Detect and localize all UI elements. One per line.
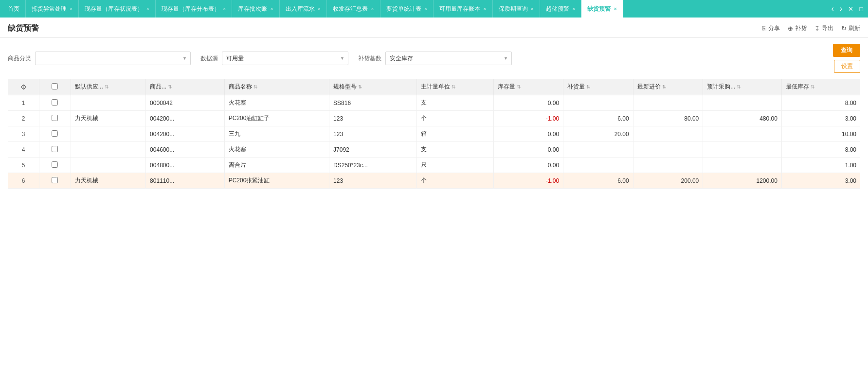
category-select-wrapper <box>35 52 191 65</box>
row-checkbox-1[interactable] <box>52 115 58 121</box>
header-actions: ⎘ 分享 ⊕ 补货 ↧ 导出 ↻ 刷新 <box>762 24 860 33</box>
row-checkbox-4[interactable] <box>52 161 58 168</box>
tab-close-expiry[interactable]: × <box>531 6 534 12</box>
tab-abnormal[interactable]: 拣货异常处理× <box>26 0 79 18</box>
query-button[interactable]: 查询 <box>833 44 860 57</box>
cell-latest-price-2 <box>633 126 703 142</box>
th-supplier-sort[interactable]: 默认供应... ⇅ <box>75 83 142 91</box>
tab-batch[interactable]: 库存批次账× <box>232 0 279 18</box>
cell-spec-3: J7092 <box>329 142 417 158</box>
tab-available[interactable]: 可用量库存账本× <box>434 0 492 18</box>
tab-shortage[interactable]: 缺货预警× <box>581 0 623 18</box>
tab-expiry[interactable]: 保质期查询× <box>493 0 540 18</box>
cell-num-2: 3 <box>8 126 39 142</box>
tab-bar: 首页拣货异常处理×现存量（库存状况表）×现存量（库存分布表）×库存批次账×出入库… <box>0 0 868 18</box>
tab-close-inout[interactable]: × <box>318 6 321 12</box>
cell-goods-code-2: 004200... <box>146 126 225 142</box>
tab-stock-dist[interactable]: 现存量（库存分布表）× <box>156 0 232 18</box>
th-goods-code-sort[interactable]: 商品... ⇅ <box>150 83 220 91</box>
cell-checkbox-1 <box>39 111 71 126</box>
th-goods-code: 商品... ⇅ <box>146 79 225 95</box>
sort-icon-spec: ⇅ <box>358 84 362 89</box>
cell-unit-1: 个 <box>416 111 493 126</box>
th-replenish-sort[interactable]: 补货量 ⇅ <box>567 83 629 91</box>
tab-close-abnormal[interactable]: × <box>70 6 72 12</box>
filter-bar: 商品分类 数据源 可用量 补货基数 安全库存 <box>0 38 868 79</box>
tab-home[interactable]: 首页 <box>2 0 26 18</box>
replenish-button[interactable]: ⊕ 补货 <box>788 24 807 33</box>
cell-supplier-5: 力天机械 <box>71 173 145 189</box>
cell-stock-2: 0.00 <box>493 126 563 142</box>
tab-close-collect[interactable]: × <box>371 6 374 12</box>
cell-forecast-0 <box>703 95 782 111</box>
tab-label-abnormal: 拣货异常处理 <box>32 5 67 13</box>
table-row: 3004200...三九123箱0.0020.0010.00 <box>8 126 860 142</box>
tab-label-requisition: 要货单统计表 <box>386 5 421 13</box>
tab-close-available[interactable]: × <box>483 6 486 12</box>
cell-goods-code-5: 801110... <box>146 173 225 189</box>
data-table: ⚙ 默认供应... ⇅ 商品... ⇅ <box>8 79 860 189</box>
window-maximize-btn[interactable]: □ <box>856 0 866 18</box>
tab-close-stock-status[interactable]: × <box>146 6 149 12</box>
category-select[interactable] <box>35 52 191 65</box>
cell-stock-1: -1.00 <box>493 111 563 126</box>
row-checkbox-2[interactable] <box>52 130 58 137</box>
th-stock-sort[interactable]: 库存量 ⇅ <box>498 83 560 91</box>
page-header: 缺货预警 ⎘ 分享 ⊕ 补货 ↧ 导出 ↻ 刷新 <box>0 18 868 38</box>
row-checkbox-0[interactable] <box>52 99 58 106</box>
tab-close-shortage[interactable]: × <box>614 6 616 12</box>
replenish-base-select[interactable]: 安全库存 <box>385 52 512 65</box>
cell-min-stock-0: 8.00 <box>781 95 860 111</box>
cell-goods-name-2: 三九 <box>224 126 329 142</box>
th-spec-sort[interactable]: 规格型号 ⇅ <box>333 83 413 91</box>
tab-close-requisition[interactable]: × <box>424 6 427 12</box>
cell-checkbox-3 <box>39 142 71 158</box>
share-button[interactable]: ⎘ 分享 <box>762 24 780 33</box>
tab-inout[interactable]: 出入库流水× <box>280 0 327 18</box>
datasource-select[interactable]: 可用量 <box>222 52 348 65</box>
settings-button[interactable]: 设置 <box>834 60 860 73</box>
tab-close-batch[interactable]: × <box>270 6 273 12</box>
cell-replenish-1: 6.00 <box>563 111 633 126</box>
tab-label-batch: 库存批次账 <box>238 5 267 13</box>
tab-close-stock-dist[interactable]: × <box>223 6 226 12</box>
cell-goods-code-0: 0000042 <box>146 95 225 111</box>
select-all-checkbox[interactable] <box>52 83 58 89</box>
cell-unit-5: 个 <box>416 173 493 189</box>
th-goods-name-sort[interactable]: 商品名称 ⇅ <box>229 83 325 91</box>
cell-min-stock-2: 10.00 <box>781 126 860 142</box>
th-latest-price-sort[interactable]: 最新进价 ⇅ <box>637 83 699 91</box>
tab-stock-status[interactable]: 现存量（库存状况表）× <box>79 0 155 18</box>
cell-supplier-3 <box>71 142 145 158</box>
datasource-select-wrapper: 可用量 <box>222 52 348 65</box>
cell-checkbox-2 <box>39 126 71 142</box>
tab-close-overstock[interactable]: × <box>572 6 575 12</box>
cell-spec-4: DS250*23c... <box>329 158 417 173</box>
th-min-stock: 最低库存 ⇅ <box>781 79 860 95</box>
row-checkbox-3[interactable] <box>52 146 58 152</box>
gear-icon[interactable]: ⚙ <box>20 83 27 91</box>
tab-label-overstock: 超储预警 <box>546 5 569 13</box>
sort-icon-stock: ⇅ <box>517 84 521 89</box>
cell-spec-1: 123 <box>329 111 417 126</box>
th-unit-sort[interactable]: 主计量单位 ⇅ <box>421 83 489 91</box>
cell-min-stock-3: 8.00 <box>781 142 860 158</box>
row-checkbox-5[interactable] <box>52 177 58 183</box>
cell-replenish-5: 6.00 <box>563 173 633 189</box>
cell-forecast-5: 1200.00 <box>703 173 782 189</box>
tab-prev-btn[interactable]: ‹ <box>828 0 836 18</box>
replenish-icon: ⊕ <box>788 25 793 32</box>
tab-collect[interactable]: 收发存汇总表× <box>327 0 380 18</box>
th-supplier: 默认供应... ⇅ <box>71 79 145 95</box>
cell-num-0: 1 <box>8 95 39 111</box>
tab-label-home: 首页 <box>8 5 19 13</box>
th-forecast-sort[interactable]: 预计采购... ⇅ <box>707 83 778 91</box>
tab-label-stock-dist: 现存量（库存分布表） <box>162 5 220 13</box>
tab-overstock[interactable]: 超储预警× <box>540 0 581 18</box>
tab-requisition[interactable]: 要货单统计表× <box>380 0 434 18</box>
th-min-stock-sort[interactable]: 最低库存 ⇅ <box>786 83 856 91</box>
window-restore-btn[interactable]: ✕ <box>845 0 856 18</box>
tab-next-btn[interactable]: › <box>837 0 845 18</box>
refresh-button[interactable]: ↻ 刷新 <box>841 24 860 33</box>
export-button[interactable]: ↧ 导出 <box>814 24 833 33</box>
